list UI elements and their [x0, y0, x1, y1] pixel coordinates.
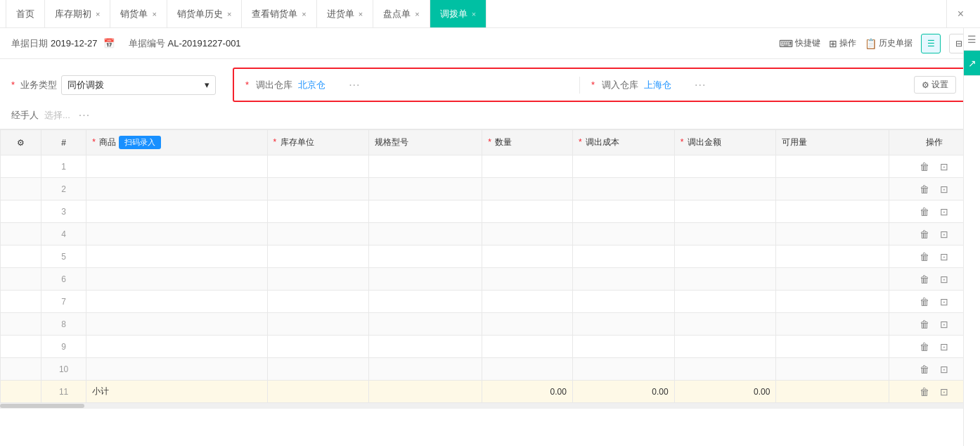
delete-icon[interactable]: 🗑: [917, 250, 931, 264]
row-amount[interactable]: [674, 155, 776, 178]
row-unit[interactable]: [267, 291, 369, 313]
row-cost[interactable]: [572, 223, 674, 246]
row-unit[interactable]: [267, 246, 369, 268]
horizontal-scrollbar[interactable]: [0, 403, 980, 409]
copy-icon[interactable]: ⊡: [937, 385, 951, 399]
row-goods[interactable]: [86, 178, 267, 200]
row-cost[interactable]: [572, 246, 674, 268]
copy-icon[interactable]: ⊡: [937, 295, 951, 309]
copy-icon[interactable]: ⊡: [937, 160, 951, 174]
row-goods[interactable]: [86, 223, 267, 246]
row-amount[interactable]: [674, 358, 776, 381]
source-warehouse-value[interactable]: 北京仓: [298, 79, 340, 91]
row-amount[interactable]: [674, 336, 776, 358]
row-goods[interactable]: [86, 291, 267, 313]
sidebar-export-button[interactable]: ↗: [964, 51, 980, 76]
row-unit[interactable]: [267, 178, 369, 200]
target-warehouse-more[interactable]: ···: [695, 79, 706, 91]
row-goods[interactable]: [86, 246, 267, 268]
col-gear[interactable]: ⚙: [1, 130, 41, 155]
row-spec[interactable]: [369, 358, 482, 381]
row-spec[interactable]: [369, 178, 482, 200]
row-cost[interactable]: [572, 155, 674, 178]
tab-close-inventory-init[interactable]: ×: [96, 10, 100, 18]
tab-inventory-init[interactable]: 库存期初 ×: [45, 0, 110, 27]
window-close-button[interactable]: ×: [946, 0, 974, 28]
tab-stocktake[interactable]: 盘点单 ×: [373, 0, 430, 27]
row-qty[interactable]: [482, 268, 573, 291]
row-spec[interactable]: [369, 291, 482, 313]
row-qty[interactable]: [482, 313, 573, 336]
row-amount[interactable]: [674, 291, 776, 313]
copy-icon[interactable]: ⊡: [937, 362, 951, 376]
business-type-dropdown[interactable]: 同价调拨 ▾: [61, 75, 216, 95]
tab-close-stocktake[interactable]: ×: [415, 10, 419, 18]
scan-input-button[interactable]: 扫码录入: [119, 136, 161, 149]
row-cost[interactable]: [572, 291, 674, 313]
row-amount[interactable]: [674, 223, 776, 246]
copy-icon[interactable]: ⊡: [937, 182, 951, 196]
row-amount[interactable]: [674, 246, 776, 268]
row-goods[interactable]: [86, 336, 267, 358]
row-goods[interactable]: [86, 358, 267, 381]
row-amount[interactable]: [674, 200, 776, 223]
row-unit[interactable]: [267, 200, 369, 223]
row-goods[interactable]: [86, 268, 267, 291]
delete-icon[interactable]: 🗑: [917, 272, 931, 286]
target-warehouse-value[interactable]: 上海仓: [644, 79, 686, 91]
tab-purchase-order[interactable]: 进货单 ×: [317, 0, 373, 27]
tab-transfer[interactable]: 调拨单 ×: [430, 0, 486, 27]
setting-button[interactable]: ⚙ 设置: [914, 76, 956, 94]
list-view-button[interactable]: ☰: [921, 34, 941, 53]
delete-icon[interactable]: 🗑: [917, 340, 931, 354]
tab-close-transfer[interactable]: ×: [472, 10, 476, 18]
delete-icon[interactable]: 🗑: [917, 227, 931, 241]
agent-input[interactable]: 选择...: [44, 109, 70, 122]
row-qty[interactable]: [482, 291, 573, 313]
row-unit[interactable]: [267, 223, 369, 246]
calendar-icon[interactable]: 📅: [103, 38, 115, 49]
row-spec[interactable]: [369, 268, 482, 291]
tab-home[interactable]: 首页: [6, 0, 45, 27]
copy-icon[interactable]: ⊡: [937, 340, 951, 354]
row-unit[interactable]: [267, 313, 369, 336]
row-cost[interactable]: [572, 336, 674, 358]
row-amount[interactable]: [674, 268, 776, 291]
row-qty[interactable]: [482, 178, 573, 200]
row-cost[interactable]: [572, 313, 674, 336]
shortcuts-button[interactable]: ⌨ 快捷键: [779, 37, 820, 49]
row-cost[interactable]: [572, 268, 674, 291]
tab-close-sales-order[interactable]: ×: [152, 10, 156, 18]
row-spec[interactable]: [369, 155, 482, 178]
operations-button[interactable]: ⊞ 操作: [829, 37, 856, 49]
tab-close-purchase-order[interactable]: ×: [359, 10, 363, 18]
row-goods[interactable]: [86, 155, 267, 178]
row-unit[interactable]: [267, 336, 369, 358]
row-spec[interactable]: [369, 313, 482, 336]
copy-icon[interactable]: ⊡: [937, 317, 951, 331]
row-spec[interactable]: [369, 246, 482, 268]
row-qty[interactable]: [482, 200, 573, 223]
row-unit[interactable]: [267, 155, 369, 178]
row-qty[interactable]: [482, 223, 573, 246]
row-qty[interactable]: [482, 246, 573, 268]
tab-close-sales-history[interactable]: ×: [227, 10, 231, 18]
history-button[interactable]: 📋 历史单据: [865, 37, 913, 49]
tab-close-view-sales[interactable]: ×: [302, 10, 306, 18]
tab-sales-history[interactable]: 销货单历史 ×: [167, 0, 242, 27]
row-spec[interactable]: [369, 223, 482, 246]
row-spec[interactable]: [369, 336, 482, 358]
sidebar-list-button[interactable]: ☰: [964, 28, 980, 51]
agent-more[interactable]: ···: [79, 109, 90, 122]
row-unit[interactable]: [267, 268, 369, 291]
row-unit[interactable]: [267, 358, 369, 381]
delete-icon[interactable]: 🗑: [917, 160, 931, 174]
tab-view-sales[interactable]: 查看销货单 ×: [242, 0, 316, 27]
delete-icon[interactable]: 🗑: [917, 317, 931, 331]
row-spec[interactable]: [369, 200, 482, 223]
source-warehouse-more[interactable]: ···: [349, 79, 360, 91]
row-qty[interactable]: [482, 336, 573, 358]
copy-icon[interactable]: ⊡: [937, 250, 951, 264]
copy-icon[interactable]: ⊡: [937, 205, 951, 219]
row-cost[interactable]: [572, 178, 674, 200]
